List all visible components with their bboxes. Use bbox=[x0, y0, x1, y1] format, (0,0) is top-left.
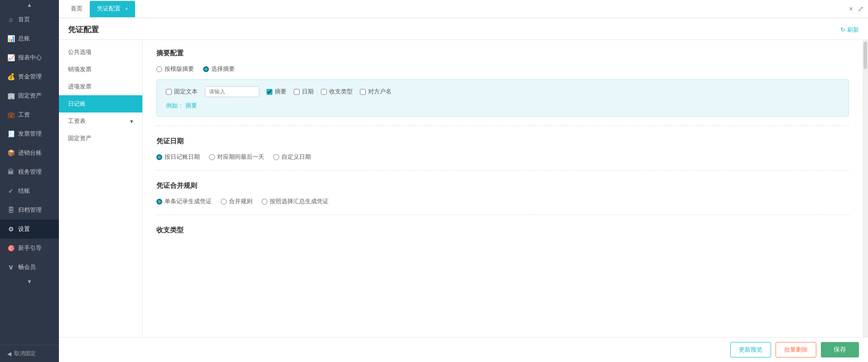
sidebar-item-funds[interactable]: 💰 资金管理 bbox=[0, 67, 59, 86]
nav-public[interactable]: 公共选项 bbox=[59, 44, 142, 61]
sidebar-item-salary[interactable]: 💼 工资 bbox=[0, 105, 59, 124]
bottom-bar: 更新预览 批量删除 保存 bbox=[59, 337, 868, 362]
sidebar-item-label: 畅会员 bbox=[18, 263, 36, 271]
nav-sales-invoice[interactable]: 销项发票 bbox=[59, 61, 142, 78]
page-title: 凭证配置 bbox=[68, 24, 99, 35]
nav-public-label: 公共选项 bbox=[68, 48, 92, 56]
nav-journal[interactable]: 日记账 bbox=[59, 95, 142, 113]
radio-custom-date-input[interactable] bbox=[273, 154, 279, 160]
radio-custom-date[interactable]: 自定义日期 bbox=[273, 153, 311, 161]
nav-payroll-label: 工资表 bbox=[68, 117, 86, 125]
voucher-date-section: 凭证日期 按日记账日期 对应期间最后一天 自定义日期 bbox=[156, 137, 849, 171]
refresh-button[interactable]: ↻ 刷新 bbox=[840, 26, 859, 34]
sidebar-item-vip[interactable]: V 畅会员 bbox=[0, 258, 59, 277]
radio-template-input[interactable] bbox=[156, 66, 162, 72]
voucher-date-title: 凭证日期 bbox=[156, 137, 849, 146]
sidebar-item-reports[interactable]: 📈 报表中心 bbox=[0, 48, 59, 67]
tab-home-label: 首页 bbox=[71, 5, 82, 13]
radio-last-day-input[interactable] bbox=[209, 154, 215, 160]
save-button[interactable]: 保存 bbox=[821, 342, 859, 357]
nav-sales-invoice-label: 销项发票 bbox=[68, 65, 92, 73]
page-header: 凭证配置 ↻ 刷新 bbox=[59, 18, 868, 40]
checkbox-payment-type-input[interactable] bbox=[321, 89, 327, 95]
merge-rules-section: 凭证合并规则 单条记录生成凭证 合并规则 按照选择汇总生成凭证 bbox=[156, 181, 849, 215]
sidebar-item-tax[interactable]: 🏛 税务管理 bbox=[0, 162, 59, 181]
left-nav: 公共选项 销项发票 进项发票 日记账 工资表 ▾ 固定资产 bbox=[59, 40, 143, 337]
refresh-label: 刷新 bbox=[847, 26, 859, 34]
checkbox-date-input[interactable] bbox=[294, 89, 300, 95]
radio-single-record[interactable]: 单条记录生成凭证 bbox=[156, 197, 212, 205]
sidebar-item-settings[interactable]: ⚙ 设置 bbox=[0, 220, 59, 239]
radio-by-selection-label: 按照选择汇总生成凭证 bbox=[270, 197, 329, 205]
sidebar-item-label: 进销台账 bbox=[18, 149, 42, 157]
tab-home[interactable]: 首页 bbox=[63, 1, 90, 17]
sidebar: ▲ ⌂ 首页 📊 总账 📈 报表中心 💰 资金管理 🏢 固定资产 💼 工资 🧾 … bbox=[0, 0, 59, 362]
summary-config-title: 摘要配置 bbox=[156, 49, 849, 58]
radio-merge-input[interactable] bbox=[221, 199, 227, 205]
refresh-icon: ↻ bbox=[840, 26, 845, 33]
checkbox-fixed-text[interactable]: 固定文本 bbox=[166, 88, 198, 96]
nav-fixed-assets[interactable]: 固定资产 bbox=[59, 130, 142, 147]
sidebar-item-label: 发票管理 bbox=[18, 130, 42, 138]
checkbox-date[interactable]: 日期 bbox=[294, 88, 314, 96]
window-resize-icon[interactable]: ⤢ bbox=[858, 5, 863, 13]
sidebar-item-assets[interactable]: 🏢 固定资产 bbox=[0, 86, 59, 105]
sidebar-item-label: 归档管理 bbox=[18, 206, 42, 214]
preview-label: 例如： bbox=[166, 102, 184, 109]
sidebar-scroll-up[interactable]: ▲ bbox=[0, 0, 59, 10]
pin-icon: ◀ bbox=[7, 351, 11, 357]
radio-select-input[interactable] bbox=[203, 66, 209, 72]
sidebar-item-closing[interactable]: ✓ 结账 bbox=[0, 181, 59, 201]
radio-single-input[interactable] bbox=[156, 199, 162, 205]
radio-by-journal-input[interactable] bbox=[156, 154, 162, 160]
radio-template-summary[interactable]: 按模版摘要 bbox=[156, 65, 194, 73]
tax-icon: 🏛 bbox=[7, 168, 15, 176]
checkbox-counterpart-label: 对方户名 bbox=[368, 88, 392, 96]
fixed-text-input[interactable] bbox=[205, 86, 259, 97]
radio-by-selection[interactable]: 按照选择汇总生成凭证 bbox=[262, 197, 329, 205]
radio-last-day[interactable]: 对应期间最后一天 bbox=[209, 153, 264, 161]
radio-by-journal[interactable]: 按日记账日期 bbox=[156, 153, 200, 161]
batch-delete-button[interactable]: 批量删除 bbox=[776, 342, 816, 357]
tab-close-icon[interactable]: × bbox=[125, 6, 128, 11]
sidebar-item-ledger[interactable]: 📊 总账 bbox=[0, 29, 59, 48]
radio-select-summary[interactable]: 选择摘要 bbox=[203, 65, 235, 73]
tab-voucher-config[interactable]: 凭证配置 × bbox=[90, 1, 135, 17]
sidebar-item-guide[interactable]: 🎯 新手引导 bbox=[0, 239, 59, 258]
nav-purchase-invoice[interactable]: 进项发票 bbox=[59, 78, 142, 95]
scrollbar-thumb[interactable] bbox=[863, 42, 867, 69]
summary-options-row: 固定文本 摘要 日期 bbox=[166, 86, 839, 97]
checkbox-summary[interactable]: 摘要 bbox=[267, 88, 286, 96]
sidebar-item-home[interactable]: ⌂ 首页 bbox=[0, 10, 59, 29]
tab-bar-actions: × ⤢ bbox=[849, 5, 863, 13]
stock-icon: 📦 bbox=[7, 149, 15, 157]
radio-by-selection-input[interactable] bbox=[262, 199, 267, 205]
window-close-icon[interactable]: × bbox=[849, 5, 853, 13]
archive-icon: 🗄 bbox=[7, 206, 15, 214]
scrollbar-track[interactable] bbox=[863, 40, 868, 337]
preview-value: 摘要 bbox=[185, 102, 197, 109]
update-preview-button[interactable]: 更新预览 bbox=[730, 342, 771, 357]
sidebar-scroll-down[interactable]: ▼ bbox=[0, 277, 59, 287]
sidebar-item-label: 税务管理 bbox=[18, 168, 42, 176]
radio-template-label: 按模版摘要 bbox=[165, 65, 194, 73]
checkbox-summary-input[interactable] bbox=[267, 89, 272, 95]
nav-payroll[interactable]: 工资表 ▾ bbox=[59, 113, 142, 130]
main-area: 首页 凭证配置 × × ⤢ 凭证配置 ↻ 刷新 公共选项 bbox=[59, 0, 868, 362]
nav-journal-label: 日记账 bbox=[68, 100, 86, 108]
radio-select-label: 选择摘要 bbox=[211, 65, 235, 73]
radio-single-label: 单条记录生成凭证 bbox=[165, 197, 212, 205]
sidebar-item-stock[interactable]: 📦 进销台账 bbox=[0, 143, 59, 162]
summary-config-box: 固定文本 摘要 日期 bbox=[156, 79, 849, 117]
checkbox-payment-type[interactable]: 收支类型 bbox=[321, 88, 353, 96]
salary-icon: 💼 bbox=[7, 111, 15, 118]
checkbox-counterpart-input[interactable] bbox=[360, 89, 366, 95]
sidebar-item-label: 设置 bbox=[18, 225, 30, 233]
checkbox-fixed-text-input[interactable] bbox=[166, 89, 172, 95]
checkbox-counterpart[interactable]: 对方户名 bbox=[360, 88, 392, 96]
checkbox-fixed-text-label: 固定文本 bbox=[174, 88, 198, 96]
radio-merge-rule[interactable]: 合并规则 bbox=[221, 197, 252, 205]
sidebar-pin-toggle[interactable]: ◀ 取消固定 bbox=[0, 345, 59, 362]
sidebar-item-invoices[interactable]: 🧾 发票管理 bbox=[0, 124, 59, 143]
sidebar-item-archive[interactable]: 🗄 归档管理 bbox=[0, 201, 59, 220]
